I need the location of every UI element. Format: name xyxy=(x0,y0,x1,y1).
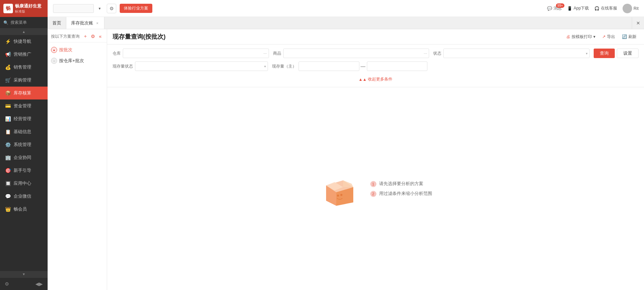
sidebar-collapse-icon[interactable]: ◀▶ xyxy=(35,281,43,287)
username-label: Rit xyxy=(633,6,639,11)
right-content: 现存量查询(按批次) 🖨 按模板打印 ▾ ↗ 导出 🔄 刷新 xyxy=(107,29,644,290)
tip-num-2: 2 xyxy=(370,191,376,197)
query-btn[interactable]: 查询 xyxy=(594,49,615,58)
app-name-block: 畅康通好生意 标准版 xyxy=(15,3,41,14)
product-input-wrapper: ··· xyxy=(283,49,429,58)
print-btn[interactable]: 🖨 按模板打印 ▾ xyxy=(564,33,597,41)
add-scheme-btn[interactable]: ＋ xyxy=(82,33,88,39)
refresh-btn[interactable]: 🔄 刷新 xyxy=(620,33,639,41)
tab-close-btn[interactable]: × xyxy=(95,21,99,25)
sidebar-item-system[interactable]: ⚙️ 系统管理 xyxy=(0,138,48,151)
quick-nav-icon: ⚡ xyxy=(5,38,11,44)
stock-status-select[interactable] xyxy=(135,61,268,71)
empty-tip-1: 1 请先选择要分析的方案 xyxy=(370,181,432,187)
sidebar-item-finance[interactable]: 💳 资金管理 xyxy=(0,99,48,112)
topbar-search-input[interactable] xyxy=(53,4,94,13)
sidebar-item-operation[interactable]: 📊 经营管理 xyxy=(0,112,48,125)
tab-bar-close-btn[interactable]: ✕ xyxy=(632,17,644,29)
export-btn[interactable]: ↗ 导出 xyxy=(600,33,617,41)
page-title: 现存量查询(按批次) xyxy=(113,33,166,41)
page-title-bar: 现存量查询(按批次) 🖨 按模板打印 ▾ ↗ 导出 🔄 刷新 xyxy=(107,29,644,44)
user-profile-btn[interactable]: Rit xyxy=(623,4,639,13)
scheme-settings-btn[interactable]: ⚙ xyxy=(90,33,96,39)
topbar-dropdown-btn[interactable]: ▾ xyxy=(96,5,103,12)
collapse-filter-btn[interactable]: ▲▲ 收起更多条件 xyxy=(113,74,639,83)
export-icon: ↗ xyxy=(602,34,606,39)
stock-qty-min-input[interactable] xyxy=(299,61,359,71)
stock-qty-min-wrapper xyxy=(299,61,359,71)
filter-settings-btn[interactable]: 设置 xyxy=(617,49,639,58)
message-badge: 99+ xyxy=(556,3,564,8)
phone-icon: 📱 xyxy=(567,6,572,11)
empty-state: 1 请先选择要分析的方案 2 用过滤条件来缩小分析范围 xyxy=(107,87,644,290)
product-dots-btn[interactable]: ··· xyxy=(424,51,427,56)
sidebar-item-quick-nav[interactable]: ⚡ 快捷导航 xyxy=(0,35,48,48)
app-download-btn[interactable]: 📱 App下载 xyxy=(567,5,589,11)
sidebar-settings-icon[interactable]: ⚙ xyxy=(5,281,9,287)
warehouse-input-wrapper: ··· xyxy=(123,49,269,58)
topbar-gear-btn[interactable]: ⚙ xyxy=(107,4,116,13)
topbar-search-area: ▾ xyxy=(53,4,103,13)
sidebar-item-newbie[interactable]: 🎯 新手引导 xyxy=(0,164,48,177)
filter-row-2: 现存量状态 ▾ 现存量（主） — xyxy=(113,61,639,71)
svg-point-6 xyxy=(340,194,342,196)
sidebar-scroll-down[interactable]: ▼ xyxy=(0,271,48,277)
settings-icon: ⚙ xyxy=(91,34,95,39)
online-service-btn[interactable]: 🎧 在线客服 xyxy=(594,5,617,11)
sidebar-item-basic[interactable]: 📋 基础信息 xyxy=(0,125,48,138)
warehouse-input[interactable] xyxy=(123,49,269,58)
sidebar-search[interactable]: 🔍 搜索菜单 xyxy=(0,17,48,29)
panel-collapse-btn[interactable]: « xyxy=(97,33,103,39)
scheme-item-by-warehouse-batch[interactable]: ○ 按仓库+批次 xyxy=(48,55,107,66)
scheme-icon-batch: ● xyxy=(51,47,57,53)
scheme-icon-warehouse-batch: ○ xyxy=(51,58,57,64)
message-btn[interactable]: 💬 消息 99+ xyxy=(547,5,562,11)
enterprise-icon: 🏢 xyxy=(5,155,11,161)
sidebar-item-enterprise[interactable]: 🏢 企业协同 xyxy=(0,151,48,164)
sidebar-scroll-up[interactable]: ▲ xyxy=(0,29,48,35)
search-icon: 🔍 xyxy=(3,20,9,25)
system-icon: ⚙️ xyxy=(5,142,11,148)
page-content: 按以下方案查询 ＋ ⚙ « ● 按批次 xyxy=(48,29,644,290)
app-logo: 畅 xyxy=(3,4,13,13)
filter-warehouse: 仓库 ··· xyxy=(113,49,269,58)
status-select[interactable] xyxy=(443,49,590,58)
stock-status-select-wrapper: ▾ xyxy=(135,61,268,71)
trial-btn[interactable]: 体验行业方案 xyxy=(120,4,152,13)
empty-tips: 1 请先选择要分析的方案 2 用过滤条件来缩小分析范围 xyxy=(370,181,432,197)
tab-inventory-batch[interactable]: 库存批次账 × xyxy=(66,17,104,29)
wechat-icon: 💬 xyxy=(5,193,11,199)
apps-icon: 🔲 xyxy=(5,180,11,186)
stock-qty-max-input[interactable] xyxy=(367,61,428,71)
tip-num-1: 1 xyxy=(370,181,376,187)
scheme-list: ● 按批次 ○ 按仓库+批次 xyxy=(48,42,107,68)
tab-home[interactable]: 首页 xyxy=(48,17,66,29)
left-panel-header: 按以下方案查询 ＋ ⚙ « xyxy=(48,29,107,42)
print-icon: 🖨 xyxy=(566,34,570,39)
collapse-up-icon: ▲▲ xyxy=(359,77,367,82)
basic-icon: 📋 xyxy=(5,129,11,135)
collapse-icon: « xyxy=(99,34,102,39)
sidebar-item-wechat[interactable]: 💬 企业微信 xyxy=(0,190,48,203)
sidebar-item-member[interactable]: 👑 畅会员 xyxy=(0,203,48,216)
sidebar-item-marketing[interactable]: 📢 营销推广 xyxy=(0,48,48,61)
sidebar-item-apps[interactable]: 🔲 应用中心 xyxy=(0,177,48,190)
sidebar-item-sales[interactable]: 💰 销售管理 xyxy=(0,61,48,74)
product-input[interactable] xyxy=(283,49,429,58)
marketing-icon: 📢 xyxy=(5,51,11,57)
sidebar-item-inventory[interactable]: 📦 库存核算 xyxy=(0,87,48,99)
service-icon: 🎧 xyxy=(594,6,599,11)
filter-product: 商品 ··· xyxy=(273,49,429,58)
sidebar-item-purchase[interactable]: 🛒 采购管理 xyxy=(0,74,48,87)
page-title-actions: 🖨 按模板打印 ▾ ↗ 导出 🔄 刷新 xyxy=(564,33,639,41)
message-icon: 💬 xyxy=(547,6,552,11)
filter-action-btns: 查询 设置 xyxy=(594,49,639,58)
scheme-item-by-batch[interactable]: ● 按批次 xyxy=(48,44,107,55)
sidebar-footer: ⚙ ◀▶ xyxy=(0,277,48,290)
warehouse-dots-btn[interactable]: ··· xyxy=(264,51,267,56)
sales-icon: 💰 xyxy=(5,64,11,70)
member-icon: 👑 xyxy=(5,206,11,212)
sidebar-header: 畅 畅康通好生意 标准版 xyxy=(0,0,48,17)
app-edition: 标准版 xyxy=(15,9,41,14)
svg-marker-4 xyxy=(343,180,353,187)
